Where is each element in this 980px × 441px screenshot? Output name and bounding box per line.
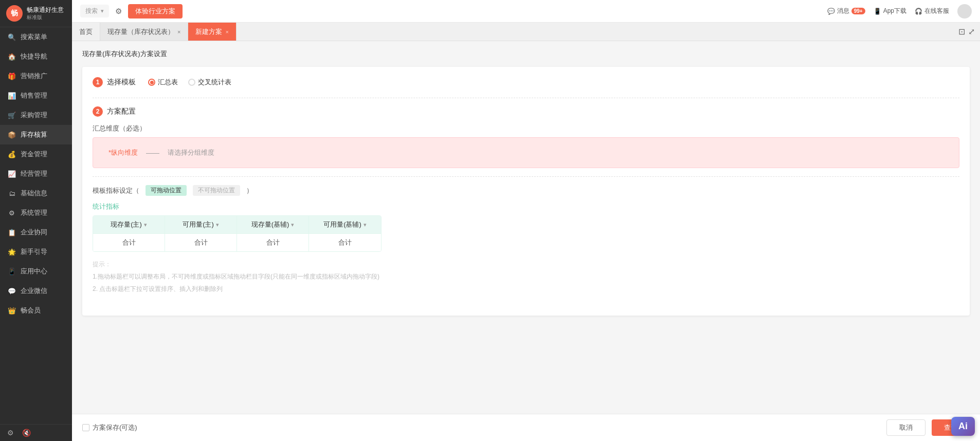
dimension-placeholder: 请选择分组维度 <box>168 148 214 157</box>
stats-table-header: 现存量(主) ▾ 可用量(主) ▾ 现存量(基辅) ▾ 可用量(基辅) <box>93 216 381 233</box>
settings-icon[interactable]: ⚙ <box>7 429 14 437</box>
save-option: 方案保存(可选) <box>82 423 137 432</box>
logo-text: 畅康通好生意 标准版 <box>27 6 64 22</box>
section1-title: 选择模板 <box>107 78 136 87</box>
maximize-icon[interactable]: ⤢ <box>968 27 975 36</box>
tab-new-plan-close-icon[interactable]: × <box>225 29 228 35</box>
radio-cross[interactable]: 交叉统计表 <box>188 78 231 87</box>
dimension-required-label: 汇总维度（必选） <box>93 124 959 133</box>
minimize-icon[interactable]: ⊡ <box>958 27 965 36</box>
gift-icon: 🎁 <box>7 71 16 81</box>
col1-dropdown-icon[interactable]: ▾ <box>144 222 147 228</box>
sidebar-nav: 🔍 搜索菜单 🏠 快捷导航 🎁 营销推广 📊 销售管理 🛒 采购管理 📦 库存核… <box>0 27 72 424</box>
topbar: 搜索 ▾ ⚙ 体验行业方案 💬 消息 99+ 📱 App下载 🎧 在线客服 <box>72 0 980 23</box>
main-area: 搜索 ▾ ⚙ 体验行业方案 💬 消息 99+ 📱 App下载 🎧 在线客服 <box>72 0 980 441</box>
sidebar-bottom: ⚙ 🔇 <box>0 424 72 441</box>
messages-btn[interactable]: 💬 消息 99+ <box>827 7 865 15</box>
section-template: 1 选择模板 汇总表 交叉统计表 <box>93 77 959 87</box>
stats-col-header-2[interactable]: 可用量(主) ▾ <box>165 216 237 233</box>
sidebar-item-operations[interactable]: 📈 经营管理 <box>0 164 72 183</box>
sidebar-item-members[interactable]: 👑 畅会员 <box>0 301 72 320</box>
settings-card: 1 选择模板 汇总表 交叉统计表 <box>82 67 970 316</box>
headset-icon: 🎧 <box>915 8 922 15</box>
sidebar-item-quick-nav[interactable]: 🏠 快捷导航 <box>0 47 72 66</box>
topbar-gear-icon[interactable]: ⚙ <box>115 7 122 16</box>
page-content: 现存量(库存状况表)方案设置 1 选择模板 汇总表 交叉统计表 <box>72 41 980 414</box>
non-draggable-tag: 不可拖动位置 <box>193 185 240 196</box>
col2-sum: 合计 <box>194 238 208 247</box>
stats-col-body-1: 合计 <box>93 234 165 251</box>
sidebar-item-marketing[interactable]: 🎁 营销推广 <box>0 66 72 86</box>
sidebar-item-contracts[interactable]: 📋 企业协同 <box>0 223 72 242</box>
box-icon: 📦 <box>7 130 16 139</box>
radio-summary[interactable]: 汇总表 <box>148 78 178 87</box>
money-icon: 💰 <box>7 150 16 159</box>
indicator-setting-suffix: ） <box>246 186 253 195</box>
tab-inventory-status[interactable]: 现存量（库存状况表） × <box>100 23 188 41</box>
indicator-setting-prefix: 模板指标设定（ <box>93 186 139 195</box>
dimension-dash: —— <box>146 149 159 157</box>
sidebar-item-sales[interactable]: 📊 销售管理 <box>0 86 72 105</box>
dimension-area[interactable]: *纵向维度 —— 请选择分组维度 <box>93 137 959 168</box>
cancel-button[interactable]: 取消 <box>886 419 925 436</box>
sound-icon[interactable]: 🔇 <box>22 429 31 437</box>
page-title: 现存量(库存状况表)方案设置 <box>82 49 970 59</box>
stats-col-body-3: 合计 <box>237 234 309 251</box>
col3-dropdown-icon[interactable]: ▾ <box>291 222 294 228</box>
sidebar-item-basic[interactable]: 🗂 基础信息 <box>0 183 72 203</box>
home-icon: 🏠 <box>7 52 16 61</box>
sidebar-item-purchase[interactable]: 🛒 采购管理 <box>0 105 72 125</box>
col1-header-label: 现存量(主) <box>111 220 142 229</box>
section-config: 2 方案配置 汇总维度（必选） *纵向维度 —— 请选择分组维度 模板指标设定（… <box>93 106 959 295</box>
vertical-dimension-label: *纵向维度 <box>108 148 138 157</box>
topbar-right: 💬 消息 99+ 📱 App下载 🎧 在线客服 <box>827 4 972 19</box>
sidebar-item-system[interactable]: ⚙ 系统管理 <box>0 203 72 223</box>
sidebar-item-apps[interactable]: 📱 应用中心 <box>0 262 72 281</box>
ai-badge[interactable]: Ai <box>951 417 975 436</box>
col2-dropdown-icon[interactable]: ▾ <box>216 222 219 228</box>
stats-label: 统计指标 <box>93 202 959 211</box>
section-divider-1 <box>93 98 959 98</box>
search-text: 搜索 <box>85 7 98 15</box>
sidebar-item-wechat[interactable]: 💬 企业微信 <box>0 281 72 301</box>
save-option-label: 方案保存(可选) <box>93 423 137 432</box>
tips-item1: 1.拖动标题栏可以调整布局，不可跨维度或指标区域拖动栏目字段(只能在同一维度或指… <box>93 270 959 283</box>
col1-sum: 合计 <box>122 238 136 247</box>
save-checkbox[interactable] <box>82 424 89 431</box>
trial-btn[interactable]: 体验行业方案 <box>128 4 183 19</box>
sidebar-item-search[interactable]: 🔍 搜索菜单 <box>0 27 72 47</box>
app-download-btn[interactable]: 📱 App下载 <box>874 7 906 15</box>
star-icon: 🌟 <box>7 247 16 256</box>
online-service-btn[interactable]: 🎧 在线客服 <box>915 7 949 15</box>
stats-table: 现存量(主) ▾ 可用量(主) ▾ 现存量(基辅) ▾ 可用量(基辅) <box>93 215 382 252</box>
sidebar-item-finance[interactable]: 💰 资金管理 <box>0 144 72 164</box>
sidebar-item-guide[interactable]: 🌟 新手引导 <box>0 242 72 262</box>
stats-col-header-1[interactable]: 现存量(主) ▾ <box>93 216 165 233</box>
cart-icon: 🛒 <box>7 111 16 120</box>
col4-sum: 合计 <box>338 238 352 247</box>
messages-badge: 99+ <box>851 8 865 14</box>
mobile-icon: 📱 <box>7 267 16 276</box>
tab-new-plan[interactable]: 新建方案 × <box>188 23 236 41</box>
col3-header-label: 现存量(基辅) <box>251 220 289 229</box>
search-bar[interactable]: 搜索 ▾ <box>80 5 109 17</box>
user-avatar[interactable] <box>957 4 972 19</box>
section2-header: 2 方案配置 <box>93 106 959 117</box>
stats-col-header-3[interactable]: 现存量(基辅) ▾ <box>237 216 309 233</box>
radio-summary-circle <box>148 79 155 86</box>
tab-home[interactable]: 首页 <box>72 23 100 41</box>
trend-icon: 📈 <box>7 169 16 178</box>
col4-dropdown-icon[interactable]: ▾ <box>364 222 367 228</box>
folder-icon: 🗂 <box>7 189 16 198</box>
sidebar: 畅 畅康通好生意 标准版 🔍 搜索菜单 🏠 快捷导航 🎁 营销推广 📊 销售管理… <box>0 0 72 441</box>
stats-col-header-4[interactable]: 可用量(基辅) ▾ <box>309 216 381 233</box>
tab-inventory-close-icon[interactable]: × <box>177 29 180 35</box>
wechat-icon: 💬 <box>7 286 16 296</box>
indicator-setting-row: 模板指标设定（ 可拖动位置 不可拖动位置 ） <box>93 185 959 196</box>
download-icon: 📱 <box>874 8 881 15</box>
tips-title: 提示： <box>93 261 111 268</box>
sidebar-item-inventory[interactable]: 📦 库存核算 <box>0 125 72 144</box>
template-radio-group: 汇总表 交叉统计表 <box>148 78 231 87</box>
gear-icon: ⚙ <box>7 208 16 217</box>
bottom-bar: 方案保存(可选) 取消 查询 <box>72 414 980 441</box>
